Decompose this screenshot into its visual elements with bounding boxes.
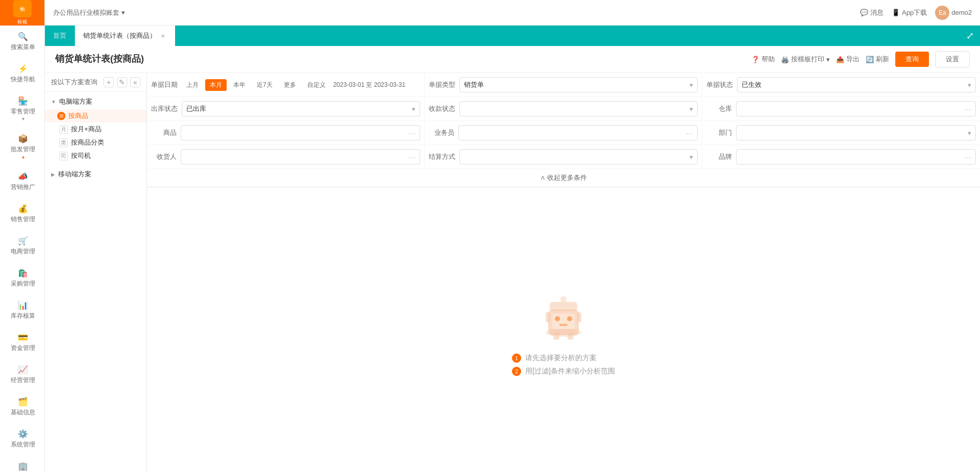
enterprise-icon: 🏢 <box>18 461 28 471</box>
doc-type-control[interactable]: 销货单 ▾ <box>459 77 698 92</box>
tab-bar: 首页 销货单统计表（按商品） ✕ ⤢ <box>45 26 980 46</box>
tab-expand-button[interactable]: ⤢ <box>960 30 980 41</box>
scheme-edit-button[interactable]: ✎ <box>117 77 127 87</box>
tab-close-button[interactable]: ✕ <box>159 32 166 39</box>
date-tab-this-year[interactable]: 本年 <box>229 79 250 91</box>
export-icon: 📤 <box>836 56 844 63</box>
scheme-group-desktop-item[interactable]: ▼ 电脑端方案 <box>45 94 146 109</box>
wholesale-arrow: ▴ <box>22 154 24 159</box>
department-arrow: ▾ <box>968 129 971 137</box>
category-prefix: 类 <box>59 138 68 147</box>
warehouse-control[interactable]: ··· <box>736 101 976 116</box>
page-title-bar: 销货单统计表(按商品) ❓ 帮助 🖨️ 按模板打印 ▾ 📤 导出 🔄 刷新 <box>45 46 980 73</box>
sidebar-item-finance-label: 资金管理 <box>11 344 35 352</box>
app-download-button[interactable]: 📱 App下载 <box>892 8 927 17</box>
finance-icon: 💳 <box>18 333 28 342</box>
doc-status-control[interactable]: 已生效 ▾ <box>737 77 976 92</box>
sidebar-item-purchase[interactable]: 🛍️ 采购管理 <box>0 262 44 294</box>
svg-text:畅: 畅 <box>20 6 25 12</box>
tab-sales-stat-label: 销货单统计表（按商品） <box>83 31 156 40</box>
right-panel: 单据日期 上月 本月 本年 近7天 更多 自定义 20 <box>147 73 980 472</box>
date-tab-7days[interactable]: 近7天 <box>252 79 277 91</box>
sidebar-item-search[interactable]: 🔍 搜索菜单 <box>0 26 44 58</box>
date-tab-this-month[interactable]: 本月 <box>205 79 227 91</box>
salesperson-control[interactable]: ··· <box>458 125 698 140</box>
sidebar-item-inventory[interactable]: 📊 库存核算 <box>0 294 44 326</box>
doc-status-filter-item: 单据状态 已生效 ▾ <box>702 73 980 97</box>
sidebar-item-sales-label: 销售管理 <box>11 215 35 224</box>
retail-icon: 🏪 <box>18 96 28 106</box>
scheme-child-by-driver[interactable]: 司 按司机 <box>45 149 146 162</box>
scheme-child-by-month-product[interactable]: 月 按月+商品 <box>45 123 146 136</box>
sidebar-item-finance[interactable]: 💳 资金管理 <box>0 326 44 359</box>
settings-button[interactable]: 设置 <box>935 51 970 67</box>
recipient-filter-item: 收货人 ··· <box>147 145 425 169</box>
empty-tip-2: 2 用[过滤]条件来缩小分析范围 <box>512 367 615 376</box>
empty-state: 1 请先选择要分析的方案 2 用[过滤]条件来缩小分析范围 <box>147 187 980 472</box>
date-tab-custom[interactable]: 自定义 <box>303 79 330 91</box>
brand-control[interactable]: ··· <box>736 149 976 164</box>
sidebar-item-system-label: 系统管理 <box>11 440 35 449</box>
refresh-icon: 🔄 <box>866 56 874 63</box>
template-print-button[interactable]: 🖨️ 按模板打印 ▾ <box>781 55 830 64</box>
export-label: 导出 <box>846 55 860 64</box>
brand-label: 品牌 <box>706 152 736 161</box>
svg-point-13 <box>560 296 567 302</box>
sidebar-item-basic[interactable]: 🗂️ 基础信息 <box>0 391 44 423</box>
sidebar-item-operations[interactable]: 📈 经营管理 <box>0 359 44 391</box>
out-status-control[interactable]: 已出库 ▾ <box>182 101 420 116</box>
filter-row-2: 出库状态 已出库 ▾ 收款状态 ▾ <box>147 97 980 121</box>
department-control[interactable]: ▾ <box>736 125 976 140</box>
tab-sales-stat[interactable]: 销货单统计表（按商品） ✕ <box>75 26 175 46</box>
svg-rect-7 <box>559 324 568 326</box>
tip-text-1: 请先选择要分析的方案 <box>525 353 597 363</box>
tip-num-1: 1 <box>512 353 521 363</box>
avatar: Ea <box>935 6 949 20</box>
workspace-selector[interactable]: 办公用品行业模拟账套 ▾ <box>53 8 125 17</box>
product-control[interactable]: ··· <box>181 125 420 140</box>
message-label: 消息 <box>870 8 884 17</box>
tab-home[interactable]: 首页 <box>45 26 75 46</box>
collapse-more-button[interactable]: ∧ 收起更多条件 <box>540 173 587 182</box>
date-tab-last-month[interactable]: 上月 <box>182 79 203 91</box>
message-button[interactable]: 💬 消息 <box>860 8 884 17</box>
scheme-add-button[interactable]: + <box>104 77 114 87</box>
scheme-group-mobile-item[interactable]: ▶ 移动端方案 <box>45 167 146 182</box>
svg-point-5 <box>555 316 560 321</box>
sidebar-item-ecommerce[interactable]: 🛒 电商管理 <box>0 230 44 262</box>
app-download-icon: 📱 <box>892 9 900 16</box>
ecommerce-icon: 🛒 <box>18 236 28 246</box>
brand-filter-item: 品牌 ··· <box>702 145 980 169</box>
receipt-status-control[interactable]: ▾ <box>459 101 698 116</box>
help-button[interactable]: ❓ 帮助 <box>751 55 775 64</box>
scheme-child-by-product[interactable]: 按 按商品 <box>45 109 146 123</box>
svg-rect-11 <box>568 333 574 340</box>
sidebar-item-enterprise[interactable]: 🏢 企业协同 <box>0 455 44 472</box>
sidebar-item-basic-label: 基础信息 <box>11 408 35 417</box>
svg-rect-10 <box>553 333 559 340</box>
sidebar-item-ecommerce-label: 电商管理 <box>11 247 35 256</box>
settlement-control[interactable]: ▾ <box>459 149 698 164</box>
sales-icon: 💰 <box>18 204 28 214</box>
out-status-value: 已出库 <box>186 104 206 113</box>
header-right: 💬 消息 📱 App下载 Ea demo2 <box>860 6 972 20</box>
sidebar-item-quick[interactable]: ⚡ 快捷导航 <box>0 58 44 90</box>
filter-row-1: 单据日期 上月 本月 本年 近7天 更多 自定义 20 <box>147 73 980 97</box>
sidebar-item-marketing-label: 营销推广 <box>11 183 35 192</box>
sidebar-item-marketing[interactable]: 📣 营销推广 <box>0 166 44 198</box>
doc-status-arrow: ▾ <box>968 81 971 89</box>
refresh-button[interactable]: 🔄 刷新 <box>866 55 889 64</box>
page-title: 销货单统计表(按商品) <box>55 53 144 71</box>
scheme-child-by-category[interactable]: 类 按商品分类 <box>45 136 146 149</box>
sidebar-item-retail[interactable]: 🏪 零售管理 ▾ <box>0 90 44 128</box>
date-tab-more[interactable]: 更多 <box>279 79 301 91</box>
query-button[interactable]: 查询 <box>895 52 929 67</box>
export-button[interactable]: 📤 导出 <box>836 55 860 64</box>
sidebar-item-sales[interactable]: 💰 销售管理 <box>0 198 44 230</box>
sidebar-item-system[interactable]: ⚙️ 系统管理 <box>0 423 44 455</box>
sidebar: 畅 标账 🔍 搜索菜单 ⚡ 快捷导航 🏪 零售管理 ▾ 📦 批发管理 ▴ 📣 营… <box>0 0 45 472</box>
scheme-collapse-button[interactable]: « <box>130 77 140 87</box>
recipient-control[interactable]: ··· <box>181 149 420 164</box>
user-area[interactable]: Ea demo2 <box>935 6 972 20</box>
sidebar-item-wholesale[interactable]: 📦 批发管理 ▴ <box>0 128 44 166</box>
